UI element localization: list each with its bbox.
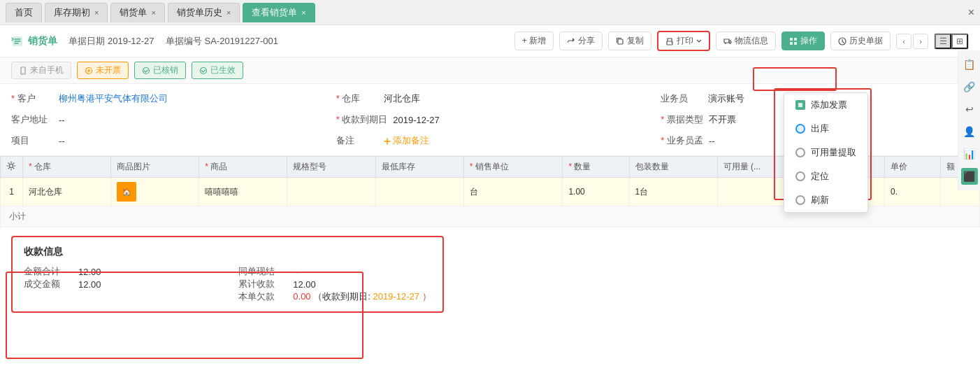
nav-prev[interactable]: ‹ [896, 34, 911, 49]
deal-amount-value: 12.00 [78, 279, 101, 290]
payment-title: 收款信息 [24, 246, 431, 258]
svg-rect-6 [790, 38, 793, 41]
print-button[interactable]: 打印 [657, 31, 710, 51]
sidebar-clipboard-icon[interactable]: 📋 [961, 56, 978, 73]
warehouse-value: 河北仓库 [384, 92, 420, 105]
effective-button[interactable]: 已生效 [192, 62, 243, 79]
current-owe-row: 本单欠款 0.00 （收款到期日: 2019-12-27 ） [238, 290, 431, 303]
date-field-label: 单据日期 [69, 35, 105, 48]
tab-check-sales[interactable]: 查看销货单 × [243, 3, 315, 22]
window-close-button[interactable]: × [968, 6, 974, 19]
available-qty-icon [795, 148, 805, 157]
logistics-button[interactable]: 物流信息 [716, 31, 776, 50]
dropdown-locate[interactable]: 定位 [784, 164, 867, 188]
date-value: 2019-12-27 [108, 36, 154, 46]
row-index: 1 [1, 178, 23, 206]
ticket-icon [85, 66, 93, 75]
address-value: -- [59, 115, 65, 125]
sidebar-link-icon[interactable]: 🔗 [961, 78, 978, 95]
copy-button[interactable]: 复制 [608, 31, 651, 50]
business-person-label: 业务员孟 [661, 134, 703, 147]
settings-icon[interactable] [6, 161, 16, 171]
main-content: 销货单 单据日期 2019-12-27 单据编号 SA-20191227-001… [0, 25, 980, 373]
row-warehouse: 河北仓库 [23, 178, 111, 206]
svg-rect-9 [794, 42, 797, 45]
svg-point-14 [143, 67, 150, 73]
tab-inventory-close[interactable]: × [94, 8, 99, 17]
share-button[interactable]: 分享 [559, 31, 603, 50]
payment-section: 收款信息 金额合计 12.00 成交金额 12.00 [0, 227, 980, 330]
ticket-type-value: 不开票 [709, 113, 736, 126]
view-grid[interactable]: ⊞ [951, 34, 968, 49]
tab-sales-history[interactable]: 销货单历史 × [168, 3, 240, 22]
history-button[interactable]: 历史单据 [830, 31, 891, 50]
view-list[interactable]: ☰ [935, 34, 951, 49]
operate-button[interactable]: 操作 [781, 31, 825, 50]
sidebar-return-icon[interactable]: ↩ [961, 101, 978, 118]
add-note-button[interactable]: 添加备注 [384, 134, 430, 147]
dropdown-ship-out[interactable]: 出库 [784, 117, 867, 141]
svg-rect-8 [790, 42, 793, 45]
sales-icon [11, 35, 24, 48]
sidebar-chart-icon[interactable]: 📊 [961, 146, 978, 162]
doc-actions: + 新增 分享 复制 打印 物流信息 [514, 31, 969, 51]
total-value: 12.00 [78, 267, 101, 277]
product-image-thumb: 🏠 [117, 182, 136, 202]
invoice-icon [795, 100, 805, 110]
th-sales-unit: 销售单位 [463, 157, 563, 178]
new-button[interactable]: + 新增 [514, 31, 554, 50]
row-spec [287, 178, 375, 206]
tab-sales[interactable]: 销货单 × [110, 3, 164, 22]
not-open-button[interactable]: 未开票 [77, 62, 129, 79]
tab-sales-close[interactable]: × [151, 8, 155, 17]
doc-type-label: 销货单 [28, 35, 57, 48]
dropdown-refresh[interactable]: 刷新 [784, 188, 867, 212]
same-order-row: 同单现结 -- [238, 265, 431, 278]
row-product: 嘻嘻嘻嘻 [199, 178, 287, 206]
tab-sales-history-close[interactable]: × [226, 8, 231, 17]
row-unit-price: 0. [885, 178, 941, 206]
svg-point-4 [725, 43, 726, 44]
svg-rect-7 [794, 38, 797, 41]
nav-arrows: ‹ › [896, 34, 928, 49]
th-pack-qty: 包装数量 [629, 157, 717, 178]
project-row: 项目 -- [11, 134, 319, 147]
svg-rect-1 [618, 39, 623, 44]
customer-label: 客户 [11, 92, 53, 105]
dropdown-add-invoice[interactable]: 添加发票 [784, 93, 867, 117]
row-pack-qty: 1台 [629, 178, 717, 206]
doc-title-section: 销货单 [11, 35, 57, 48]
th-spec: 规格型号 [287, 157, 375, 178]
dropdown-available-qty[interactable]: 可用量提取 [784, 141, 867, 164]
check-circle-icon [142, 66, 150, 75]
operate-dropdown: 添加发票 出库 可用量提取 定位 刷新 [784, 92, 868, 213]
business-person-value: -- [709, 136, 715, 146]
due-date-value: 2019-12-27 [373, 291, 419, 302]
tab-inventory[interactable]: 库存期初 × [45, 3, 108, 22]
tab-home-label: 首页 [15, 6, 33, 19]
sidebar-expand-icon[interactable]: ⬛ [961, 168, 978, 185]
tab-inventory-label: 库存期初 [54, 6, 90, 19]
cumulative-label: 累计收款 [238, 278, 287, 290]
number-field-label: 单据编号 [166, 35, 202, 48]
customer-value[interactable]: 柳州粤港平安气体有限公司 [59, 92, 168, 105]
truck-icon [723, 37, 732, 45]
svg-point-3 [671, 42, 672, 43]
confirmed-button[interactable]: 已核销 [134, 62, 186, 79]
payment-col-right: 同单现结 -- 累计收款 12.00 本单欠款 0.00 （收款到期日: [238, 265, 431, 303]
th-quantity: 数量 [563, 157, 629, 178]
tab-check-sales-close[interactable]: × [301, 8, 305, 17]
effective-icon [199, 66, 208, 75]
deal-amount-label: 成交金额 [24, 278, 73, 290]
nav-next[interactable]: › [913, 34, 928, 49]
note-row: 备注 添加备注 [336, 134, 644, 147]
sidebar-user-icon[interactable]: 👤 [961, 123, 978, 140]
row-product-image: 🏠 [111, 178, 199, 206]
address-row: 客户地址 -- [11, 113, 319, 126]
ticket-type-label: 票据类型 [661, 113, 703, 126]
row-quantity: 1.00 [563, 178, 629, 206]
from-phone-button[interactable]: 来自手机 [11, 62, 71, 79]
row-min-stock [375, 178, 463, 206]
th-unit-price: 单价 [885, 157, 941, 178]
tab-home[interactable]: 首页 [6, 3, 42, 22]
